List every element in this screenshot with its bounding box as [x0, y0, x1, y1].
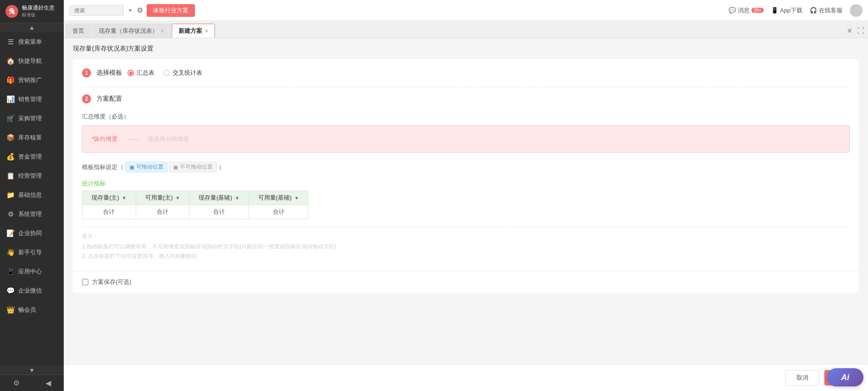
sidebar-collapse-button[interactable]: ◀	[46, 379, 51, 387]
ai-label: Ai	[841, 373, 849, 382]
service-button[interactable]: 🎧 在线客服	[810, 6, 842, 15]
step2-row: 2 方案配置	[82, 94, 850, 103]
dim-placeholder[interactable]: 请选择分组维度	[148, 135, 189, 143]
phone-icon: 📱	[6, 268, 15, 276]
sidebar-item-app-center[interactable]: 📱 应用中心	[0, 262, 64, 281]
user-avatar[interactable]	[850, 4, 863, 17]
gift-icon: 🎁	[6, 76, 15, 84]
topbar-chevron-icon[interactable]: ▼	[128, 7, 133, 14]
chart-icon: 📊	[6, 95, 15, 103]
message-label: 消息	[738, 6, 750, 15]
avatar-image	[850, 4, 863, 17]
message-badge: 99+	[751, 8, 764, 13]
trial-button[interactable]: 体验行业方案	[147, 4, 195, 17]
sidebar-settings-button[interactable]: ⚙	[13, 379, 20, 387]
tab-home[interactable]: 首页	[66, 24, 91, 38]
tab-inventory[interactable]: 现存量（库存状况表） ×	[92, 24, 171, 38]
tip-item-2: 2. 点击标题栏下拉可设置排序、插入列和删除列	[82, 252, 850, 260]
sidebar-item-label: 新手引导	[18, 248, 42, 257]
window-close-icon[interactable]: ✕	[847, 26, 853, 35]
sidebar-item-marketing[interactable]: 🎁 营销推广	[0, 71, 64, 90]
cancel-button[interactable]: 取消	[785, 370, 820, 386]
cell-1: 合计	[136, 205, 189, 219]
sidebar-item-label: 系统管理	[18, 210, 42, 218]
main-area: ▼ ⚙ 体验行业方案 💬 消息 99+ 📱 App下载 🎧 在线客服	[64, 0, 868, 391]
step2-label: 方案配置	[97, 95, 122, 103]
radio-cross-label: 交叉统计表	[173, 69, 202, 77]
col-label-2: 现存量(基辅)	[199, 194, 232, 202]
sidebar-item-label: 采购管理	[18, 114, 42, 123]
sidebar-item-purchase[interactable]: 🛒 采购管理	[0, 109, 64, 128]
field-divider: ——	[127, 136, 138, 143]
page-title: 现存量(库存状况表)方案设置	[73, 45, 859, 53]
sidebar-scroll-down[interactable]: ▼	[0, 365, 64, 375]
tab-home-label: 首页	[72, 27, 84, 35]
stats-table-data-row: 合计 合计 合计 合计	[82, 205, 308, 219]
sidebar-item-finance[interactable]: 💰 资金管理	[0, 147, 64, 166]
sidebar-item-contract[interactable]: 📝 企业协同	[0, 224, 64, 243]
folder-icon: 📁	[6, 191, 15, 199]
sidebar-item-member[interactable]: 👑 畅会员	[0, 300, 64, 319]
tab-new-scheme-close[interactable]: ×	[205, 28, 208, 34]
radio-summary-label: 汇总表	[137, 69, 154, 77]
dimension-selector-area: *纵向维度 —— 请选择分组维度	[82, 125, 850, 153]
app-name-block: 畅康通好生意 标准版	[22, 5, 55, 18]
service-label: 在线客服	[819, 6, 842, 15]
sidebar-item-ops[interactable]: 📋 经营管理	[0, 166, 64, 185]
sidebar-item-system[interactable]: ⚙ 系统管理	[0, 205, 64, 224]
tab-new-scheme-label: 新建方案	[179, 27, 202, 35]
col-chevron-1[interactable]: ▼	[175, 196, 180, 201]
sidebar-item-wechat[interactable]: 💬 企业微信	[0, 281, 64, 300]
sidebar-item-search-menu[interactable]: ☰ 搜索菜单	[0, 32, 64, 51]
step2-badge: 2	[82, 94, 91, 103]
chat-icon: 💬	[6, 287, 15, 295]
col-header-1: 可用量(主) ▼	[136, 191, 189, 205]
sidebar-scroll-up[interactable]: ▲	[0, 23, 64, 32]
message-button[interactable]: 💬 消息 99+	[729, 6, 764, 15]
divider-1	[82, 87, 850, 87]
doc-icon: 📝	[6, 229, 15, 237]
radio-cross[interactable]: 交叉统计表	[163, 69, 202, 77]
sidebar-item-inventory[interactable]: 📦 库存核算	[0, 128, 64, 147]
sidebar-item-label: 经营管理	[18, 172, 42, 180]
settings-icon: ⚙	[6, 210, 15, 218]
app-icon: 📱	[771, 7, 778, 14]
footer-bar: 取消 查询	[64, 364, 868, 391]
sidebar-item-label: 企业微信	[18, 287, 42, 295]
topbar-gear-icon[interactable]: ⚙	[137, 6, 143, 15]
sidebar-item-quick-nav[interactable]: 🏠 快捷导航	[0, 51, 64, 71]
draggable-label: 可拖动位置	[136, 163, 163, 171]
radio-summary[interactable]: 汇总表	[128, 69, 154, 77]
stats-table: 现存量(主) ▼ 可用量(主) ▼	[82, 190, 308, 219]
home-icon: 🏠	[6, 57, 15, 65]
col-label-0: 现存量(主)	[92, 194, 119, 202]
col-header-2: 现存量(基辅) ▼	[189, 191, 249, 205]
vertical-dim-label: *纵向维度	[92, 135, 117, 143]
sidebar-nav: ☰ 搜索菜单 🏠 快捷导航 🎁 营销推广 📊 销售管理 🛒 采购管理 📦 库存核…	[0, 32, 64, 365]
sidebar-item-sales[interactable]: 📊 销售管理	[0, 90, 64, 109]
tab-inventory-close[interactable]: ×	[161, 28, 164, 34]
cell-0: 合计	[82, 205, 136, 219]
indicator-settings-prefix: 模板指标设定（	[82, 164, 123, 170]
page-content: 现存量(库存状况表)方案设置 1 选择模板 汇总表 交叉统计表	[64, 38, 868, 364]
tab-new-scheme[interactable]: 新建方案 ×	[172, 24, 215, 38]
col-chevron-2[interactable]: ▼	[235, 196, 240, 201]
sidebar-item-guide[interactable]: 👋 新手引导	[0, 243, 64, 262]
save-scheme-checkbox[interactable]	[82, 279, 88, 285]
search-menu-icon: ☰	[6, 38, 15, 46]
window-maximize-icon[interactable]: ⛶	[857, 27, 864, 35]
indicator-settings-label: 模板指标设定（ ▣ 可拖动位置 ▣ 不可拖动位置 ）	[82, 162, 850, 172]
sidebar-item-label: 搜索菜单	[18, 38, 42, 46]
col-label-3: 可用量(基辅)	[258, 194, 292, 202]
indicator-settings-suffix: ）	[219, 164, 225, 170]
ai-float-button[interactable]: Ai	[827, 368, 863, 386]
col-header-3: 可用量(基辅) ▼	[249, 191, 308, 205]
save-area: 方案保存(可选)	[73, 271, 859, 293]
sidebar-item-base-info[interactable]: 📁 基础信息	[0, 185, 64, 205]
sidebar-item-label: 企业协同	[18, 229, 42, 237]
app-download-button[interactable]: 📱 App下载	[771, 6, 802, 15]
col-chevron-3[interactable]: ▼	[294, 196, 299, 201]
topbar-search-input[interactable]	[69, 5, 124, 16]
col-chevron-0[interactable]: ▼	[122, 196, 127, 201]
sidebar-bottom: ⚙ ◀	[0, 375, 64, 391]
